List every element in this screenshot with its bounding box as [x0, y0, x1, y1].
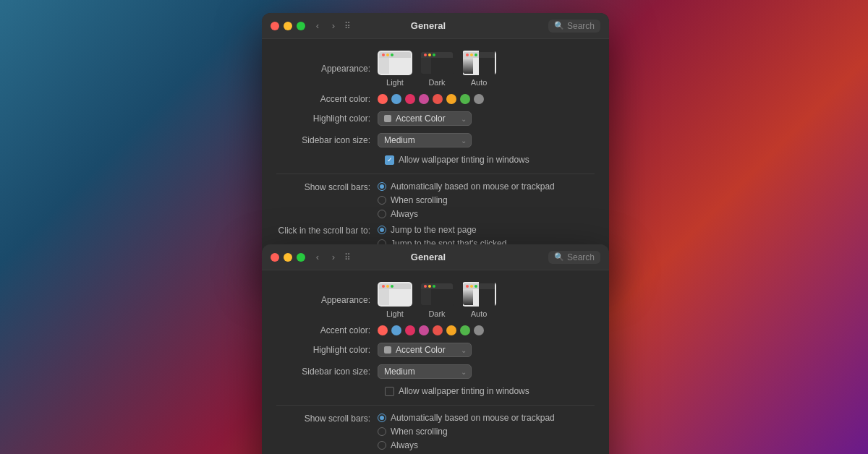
appearance-auto-top[interactable]: Auto — [461, 51, 496, 87]
click-next-radio-top[interactable] — [378, 226, 386, 234]
scroll-bars-row-top: Show scroll bars: Automatically based on… — [276, 181, 595, 219]
titlebar-top: ‹ › ⠿ General 🔍 Search — [262, 13, 609, 39]
accent-dot-purple-top[interactable] — [419, 94, 429, 104]
close-button-bottom[interactable] — [271, 253, 279, 262]
window-title-top: General — [308, 20, 548, 31]
accent-dot-red-top[interactable] — [378, 94, 388, 104]
accent-color-label-top: Accent color: — [276, 94, 378, 104]
wallpaper-checkbox-label-bottom: Allow wallpaper tinting in windows — [399, 386, 529, 396]
accent-dot-yellow-top[interactable] — [446, 94, 456, 104]
maximize-button-top[interactable] — [297, 22, 305, 30]
accent-dot-yellow-bottom[interactable] — [446, 325, 456, 335]
click-next-label-top: Jump to the next page — [391, 225, 477, 235]
wallpaper-checkbox-top[interactable] — [385, 155, 394, 165]
minimize-button-bottom[interactable] — [284, 253, 292, 262]
accent-dot-pink-top[interactable] — [405, 94, 415, 104]
traffic-lights-bottom — [271, 253, 305, 262]
sidebar-icon-row-top: Sidebar icon size: Medium ⌄ — [276, 133, 595, 147]
scroll-auto-radio-top[interactable] — [378, 182, 386, 191]
scroll-always-radio-top[interactable] — [378, 210, 386, 218]
appearance-dark-top[interactable]: Dark — [420, 51, 454, 87]
appearance-light-top[interactable]: Light — [378, 51, 412, 87]
accent-colors-top — [378, 94, 484, 104]
light-label-top: Light — [386, 78, 404, 87]
appearance-label-top: Appearance: — [276, 64, 378, 74]
sidebar-icon-label-top: Sidebar icon size: — [276, 135, 378, 145]
sidebar-icon-arrow-top: ⌄ — [461, 137, 467, 145]
appearance-dark-bottom[interactable]: Dark — [420, 282, 454, 318]
search-placeholder-bottom: Search — [567, 252, 595, 262]
scroll-when-radio-bottom[interactable] — [378, 427, 386, 436]
appearance-label-bottom: Appearance: — [276, 295, 378, 305]
search-box-bottom[interactable]: 🔍 Search — [548, 251, 600, 264]
search-box-top[interactable]: 🔍 Search — [548, 20, 600, 33]
accent-dot-pink-bottom[interactable] — [405, 325, 415, 335]
scroll-bars-options-bottom: Automatically based on mouse or trackpad… — [378, 413, 555, 450]
highlight-color-label-bottom: Highlight color: — [276, 345, 378, 355]
scroll-bars-options-top: Automatically based on mouse or trackpad… — [378, 181, 555, 219]
scroll-when-radio-top[interactable] — [378, 196, 386, 205]
search-icon-bottom: 🔍 — [554, 252, 564, 262]
accent-dot-gray-bottom[interactable] — [474, 325, 484, 335]
appearance-row-bottom: Appearance: Light Dark — [276, 282, 595, 318]
accent-dot-blue-bottom[interactable] — [391, 325, 401, 335]
highlight-color-arrow-top: ⌄ — [461, 115, 467, 123]
wallpaper-checkbox-label-top: Allow wallpaper tinting in windows — [399, 155, 529, 165]
sidebar-icon-select-top[interactable]: Medium ⌄ — [378, 133, 472, 147]
wallpaper-checkbox-row-top: Allow wallpaper tinting in windows — [385, 155, 595, 165]
system-preferences-window-bottom: ‹ › ⠿ General 🔍 Search Appearance: Light — [262, 244, 609, 454]
highlight-color-select-top[interactable]: Accent Color ⌄ — [378, 111, 472, 126]
accent-dot-orange-bottom[interactable] — [433, 325, 443, 335]
highlight-color-value-bottom: Accent Color — [396, 345, 456, 355]
scroll-when-option-top[interactable]: When scrolling — [378, 195, 555, 205]
click-next-option-top[interactable]: Jump to the next page — [378, 225, 506, 235]
accent-dot-red-bottom[interactable] — [378, 325, 388, 335]
minimize-button-top[interactable] — [284, 22, 292, 30]
sidebar-icon-value-bottom: Medium — [384, 367, 456, 377]
scroll-auto-option-bottom[interactable]: Automatically based on mouse or trackpad — [378, 413, 555, 423]
sidebar-icon-arrow-bottom: ⌄ — [461, 368, 467, 376]
dark-label-top: Dark — [428, 78, 445, 87]
scroll-always-option-bottom[interactable]: Always — [378, 440, 555, 450]
scroll-auto-radio-bottom[interactable] — [378, 414, 386, 422]
appearance-options-bottom: Light Dark Auto — [378, 282, 496, 318]
auto-thumb-top — [461, 51, 496, 75]
accent-dot-purple-bottom[interactable] — [419, 325, 429, 335]
highlight-color-dot-bottom — [384, 346, 391, 354]
auto-thumb-bottom — [461, 282, 496, 307]
light-label-bottom: Light — [386, 309, 404, 318]
dark-thumb-top — [420, 51, 454, 75]
search-placeholder-top: Search — [567, 21, 595, 31]
accent-dot-green-bottom[interactable] — [460, 325, 470, 335]
accent-colors-bottom — [378, 325, 484, 335]
scroll-always-radio-bottom[interactable] — [378, 441, 386, 450]
scroll-when-label-top: When scrolling — [391, 195, 448, 205]
sidebar-icon-select-bottom[interactable]: Medium ⌄ — [378, 364, 472, 379]
maximize-button-bottom[interactable] — [297, 253, 305, 262]
scroll-always-option-top[interactable]: Always — [378, 209, 555, 219]
scroll-when-label-bottom: When scrolling — [391, 427, 448, 437]
highlight-color-select-bottom[interactable]: Accent Color ⌄ — [378, 343, 472, 357]
traffic-lights-top — [271, 22, 305, 30]
appearance-auto-bottom[interactable]: Auto — [461, 282, 496, 318]
appearance-row-top: Appearance: Light Dark — [276, 51, 595, 87]
accent-dot-orange-top[interactable] — [433, 94, 443, 104]
scroll-bars-label-top: Show scroll bars: — [276, 181, 378, 192]
divider-bottom — [276, 405, 595, 406]
highlight-color-dot-top — [384, 115, 391, 122]
accent-dot-blue-top[interactable] — [391, 94, 401, 104]
close-button-top[interactable] — [271, 22, 279, 30]
system-preferences-window-top: ‹ › ⠿ General 🔍 Search Appearance: Light — [262, 13, 609, 269]
divider-top — [276, 174, 595, 174]
accent-dot-green-top[interactable] — [460, 94, 470, 104]
scroll-when-option-bottom[interactable]: When scrolling — [378, 427, 555, 437]
auto-label-top: Auto — [471, 78, 488, 87]
dark-label-bottom: Dark — [428, 309, 445, 318]
highlight-color-label-top: Highlight color: — [276, 113, 378, 124]
light-thumb-top — [378, 51, 412, 75]
accent-dot-gray-top[interactable] — [474, 94, 484, 104]
scroll-auto-option-top[interactable]: Automatically based on mouse or trackpad — [378, 181, 555, 192]
sidebar-icon-row-bottom: Sidebar icon size: Medium ⌄ — [276, 364, 595, 379]
appearance-light-bottom[interactable]: Light — [378, 282, 412, 318]
wallpaper-checkbox-bottom[interactable] — [385, 387, 394, 396]
